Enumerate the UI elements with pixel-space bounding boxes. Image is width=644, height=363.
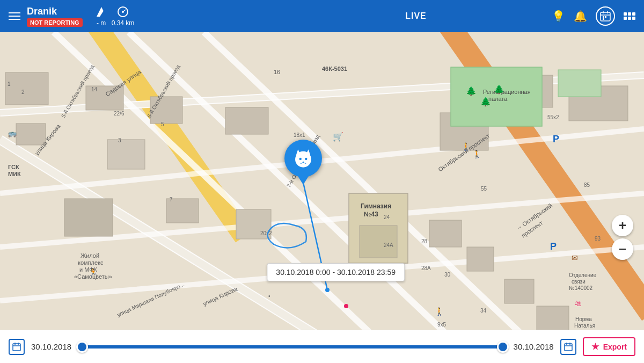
svg-text:🛍: 🛍 [574,299,582,308]
export-label: Export [603,343,627,351]
svg-text:🚶: 🚶 [435,307,444,316]
map-svg-overlay: Регистрационная палата 🌲 🌲 🌲 Садовая ули… [0,32,644,330]
header-left: Dranik NOT REPORTING - m 0.34 km [9,6,280,27]
slider-thumb-right[interactable] [497,341,509,353]
svg-rect-9 [603,16,604,18]
svg-text:14: 14 [91,86,98,92]
svg-point-108 [325,288,330,292]
svg-text:30: 30 [444,272,451,278]
svg-rect-22 [5,72,48,105]
date-range-tooltip: 30.10.2018 0:00 - 30.10.2018 23:59 [267,263,405,281]
svg-text:Норма: Норма [575,316,592,322]
calendar-end-icon [564,343,573,351]
end-date-picker[interactable] [560,339,576,355]
bulb-icon[interactable]: 💡 [552,10,565,23]
svg-rect-28 [64,199,113,236]
svg-text:3: 3 [118,137,121,143]
calendar-button[interactable] [596,6,615,26]
start-date-label: 30.10.2018 [31,342,71,351]
svg-text:комплекс: комплекс [78,259,104,266]
svg-rect-46 [558,70,601,97]
svg-rect-116 [13,344,20,351]
svg-text:5: 5 [161,121,164,127]
status-badge: NOT REPORTING [27,18,83,27]
zoom-out-button[interactable]: − [612,238,633,260]
svg-rect-120 [565,344,572,351]
distance-value: 0.34 km [112,19,135,27]
start-date-picker[interactable] [9,339,25,355]
export-button[interactable]: ★ Export [583,337,635,356]
svg-text:20х2: 20х2 [260,230,272,236]
menu-button[interactable] [9,12,20,20]
zoom-controls: + − [612,215,633,260]
svg-point-109 [344,304,348,308]
svg-text:•: • [268,293,270,299]
header-center: LIVE [280,11,552,21]
svg-point-114 [305,158,307,160]
svg-text:85: 85 [584,182,590,188]
export-star-icon: ★ [591,342,599,352]
svg-text:№43: №43 [364,210,378,218]
svg-text:🌲: 🌲 [494,84,504,95]
vehicle-name: Dranik [27,6,83,17]
header-right: 💡 🔔 [552,6,635,26]
svg-text:18х1: 18х1 [294,132,305,138]
svg-text:Жилой: Жилой [80,252,99,259]
svg-text:ГСК: ГСК [8,164,19,170]
grid-view-button[interactable] [624,12,635,20]
svg-text:7: 7 [170,197,173,202]
slider-thumb-left[interactable] [76,341,88,353]
svg-rect-26 [225,107,268,134]
cat-marker [284,140,322,177]
altitude-stat: - m [96,6,107,27]
cat-icon-svg [291,147,315,170]
svg-rect-32 [360,226,397,258]
svg-text:28A: 28A [421,265,431,271]
svg-text:24: 24 [384,214,390,220]
svg-text:24A: 24A [384,242,393,248]
svg-text:93: 93 [595,236,601,242]
app-header: Dranik NOT REPORTING - m 0.34 km [0,0,644,32]
calendar-icon [600,11,611,21]
svg-text:№140002: №140002 [569,285,593,291]
svg-text:🌲: 🌲 [466,86,477,96]
slider-track [82,345,503,349]
svg-text:🚶: 🚶 [472,150,482,159]
svg-text:28: 28 [421,238,428,244]
bell-icon[interactable]: 🔔 [574,10,587,23]
svg-text:🚶: 🚶 [462,142,471,151]
svg-text:🌲: 🌲 [480,97,491,107]
live-indicator: LIVE [405,11,427,21]
svg-rect-27 [107,140,145,169]
date-range-text: 30.10.2018 0:00 - 30.10.2018 23:59 [276,268,396,277]
svg-text:2: 2 [21,89,25,95]
svg-point-4 [122,11,124,13]
svg-rect-36 [429,220,462,247]
header-stats: - m 0.34 km [96,6,135,27]
svg-rect-38 [504,279,534,303]
map-view[interactable]: Регистрационная палата 🌲 🌲 🌲 Садовая ули… [0,32,644,330]
zoom-in-button[interactable]: + [612,215,633,236]
svg-text:МИК: МИК [8,171,21,177]
svg-text:Отделение: Отделение [569,272,597,278]
svg-point-113 [299,158,302,160]
svg-text:1: 1 [8,81,11,87]
timeline-slider[interactable] [82,345,503,349]
timeline-bar: 30.10.2018 30.10.2018 ★ Export [0,330,644,363]
svg-text:P: P [550,241,557,252]
svg-text:Наталья: Наталья [574,323,595,329]
svg-rect-39 [537,306,569,330]
svg-text:Регистрационная: Регистрационная [483,89,531,95]
svg-line-21 [0,129,644,193]
altitude-value: - m [96,19,107,27]
end-date-label: 30.10.2018 [514,342,554,351]
svg-text:22/6: 22/6 [114,111,125,117]
svg-text:46К-5031: 46К-5031 [322,66,347,72]
svg-text:связи: связи [572,279,586,285]
calendar-start-icon [12,343,21,351]
svg-text:🏃: 🏃 [89,268,98,277]
svg-text:✉: ✉ [572,253,578,262]
svg-text:🛒: 🛒 [333,132,343,142]
mountain-icon [96,6,107,18]
odometer-icon [117,6,129,18]
